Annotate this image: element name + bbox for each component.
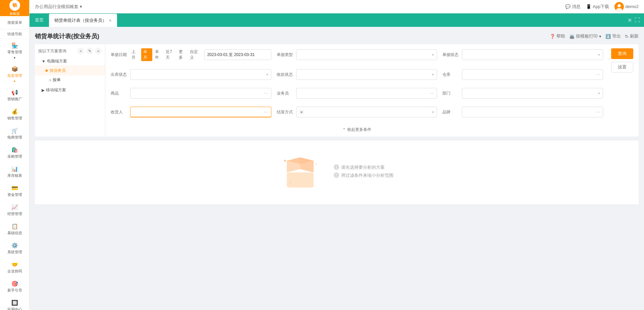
refresh-button[interactable]: ↻ 刷新 [625,33,639,39]
filter-scheme-header: 按以下方案查询 + ✎ « [35,48,105,57]
minimize-button[interactable]: ✕ [628,17,632,23]
out-status-input[interactable]: ▾ [130,69,271,80]
sidebar-item-inventory[interactable]: 📊 库存核算 [0,162,29,182]
wholesale-arrow: ▲ [13,79,16,83]
sidebar-item-ecommerce[interactable]: 🛒 电商管理 [0,124,29,143]
query-button[interactable]: 查询 [611,48,633,59]
breadcrumb-dropdown[interactable]: 办公用品行业模拟账套 ▾ [35,4,82,10]
collapse-icon: ⌃ [342,127,346,132]
message-icon: 💬 [565,4,571,9]
sidebar-item-purchase[interactable]: 🛍️ 采购管理 [0,143,29,162]
mobile-group-toggle[interactable]: ▶ 移动端方案 [35,86,105,94]
goods-input[interactable]: ··· [130,88,271,99]
department-input[interactable]: ▾ [462,88,603,99]
setting-button[interactable]: 设置 [611,62,633,72]
doc-type-label: 单据类型 [277,52,293,58]
this-month-btn[interactable]: 本月 [141,48,152,61]
filter-form: 单据日期 上月 本月 本年 近7天 更多 自定义 [105,44,639,137]
sidebar-item-marketing[interactable]: 📢 营销推广 [0,86,29,105]
brand-input[interactable]: ··· [462,107,603,117]
sidebar-item-operation[interactable]: 📈 经营管理 [0,201,29,220]
tab-home-label: 首页 [35,17,44,23]
quick-nav-button[interactable]: 快捷导航 [0,30,29,39]
doc-status-chevron: ▾ [598,53,600,57]
purchase-icon: 🛍️ [11,147,18,153]
ecommerce-icon: 🛒 [11,127,18,134]
system-icon: ⚙️ [11,242,18,249]
desktop-group-toggle[interactable]: ▼ 电脑端方案 [35,57,105,65]
sidebar: 畅 标账版 搜索菜单 快捷导航 🏪 零售管理 ▲ 📦 批发管理 ▲ 📢 营销推广… [0,0,30,310]
sidebar-item-system[interactable]: ⚙️ 系统管理 [0,239,29,258]
edit-scheme-button[interactable]: ✎ [86,48,93,54]
sidebar-logo[interactable]: 畅 标账版 [0,0,30,16]
collapse-button[interactable]: ⌃ 收起更多条件 [342,127,371,133]
wholesale-label: 批发管理 [7,73,22,78]
tab-sales-stat[interactable]: 销货单统计表（按业务员） ✕ [49,14,117,27]
user-name: demo2 [625,4,639,9]
search-menu-button[interactable]: 搜索菜单 [7,19,22,27]
mobile-group-label: 移动端方案 [46,87,66,93]
goods-label: 商品 [111,91,127,96]
receipt-status-input[interactable]: ▾ [296,69,437,80]
empty-hints: 1 请先选择要分析的方案 2 用过滤条件来缩小分析范围 [334,164,393,180]
consignee-field: 收货人 ··· [111,107,271,117]
warehouse-label: 仓库 [442,72,459,78]
avatar [614,2,624,11]
settlement-input[interactable]: × ▾ [296,107,437,117]
by-order-label: 按单 [53,77,61,83]
department-field: 部门 ▾ [442,88,603,99]
warehouse-input[interactable]: ··· [462,69,603,80]
settlement-tag-x[interactable]: × [301,110,303,114]
doc-type-input[interactable]: ▾ [296,49,437,60]
brand-label: 品牌 [442,109,459,115]
date-label: 单据日期 [111,52,127,58]
print-button[interactable]: 🖨️ 按模板打印 ▾ [569,33,601,39]
sidebar-item-sales[interactable]: 💰 销售管理 [0,105,29,124]
sidebar-item-collab[interactable]: 🤝 企业协同 [0,258,29,277]
sales-icon: 💰 [11,108,18,115]
help-button[interactable]: ❓ 帮助 [550,33,565,39]
doc-type-field: 单据类型 ▾ [277,49,437,60]
tab-close-button[interactable]: ✕ [109,18,112,23]
doc-status-input[interactable]: ▾ [462,49,603,60]
sidebar-item-basic[interactable]: 📋 基础信息 [0,220,29,239]
add-scheme-button[interactable]: + [77,48,84,54]
doc-type-chevron: ▾ [432,53,434,57]
goods-field: 商品 ··· [111,88,271,99]
filter-scheme-icons: + ✎ « [77,48,102,54]
sidebar-item-retail[interactable]: 🏪 零售管理 ▲ [0,39,29,62]
scheme-item-salesperson[interactable]: ● 按业务员 [35,65,105,75]
last-month-btn[interactable]: 上月 [130,48,140,61]
desktop-group-label: 电脑端方案 [47,58,67,64]
this-year-btn[interactable]: 本年 [154,48,163,61]
more-date-btn[interactable]: 更多 [177,48,187,61]
tab-home[interactable]: 首页 [30,13,49,27]
export-label: 导出 [612,33,621,39]
brand-dots: ··· [596,109,600,115]
date-range-input[interactable]: 2023-03-01 至 2023-03-31 [204,49,271,60]
message-button[interactable]: 💬 消息 [565,4,581,10]
sidebar-item-wholesale[interactable]: 📦 批发管理 ▲ [0,62,29,86]
collapse-scheme-button[interactable]: « [95,48,102,54]
user-profile[interactable]: demo2 [614,2,639,11]
purchase-label: 采购管理 [7,154,22,159]
sidebar-item-newbie[interactable]: 🎯 新手引导 [0,277,29,296]
maximize-button[interactable]: ⛶ [635,17,640,23]
print-arrow: ▾ [599,34,601,39]
filter-row-1: 单据日期 上月 本月 本年 近7天 更多 自定义 [111,48,603,61]
sidebar-item-finance[interactable]: 💳 资金管理 [0,182,29,201]
empty-hint-1: 1 请先选择要分析的方案 [334,164,393,170]
finance-icon: 💳 [11,185,18,191]
consignee-input[interactable]: ··· [130,107,271,117]
settlement-field: 结算方式 × ▾ [277,107,437,117]
custom-date-btn[interactable]: 自定义 [189,48,202,61]
last-7-days-btn[interactable]: 近7天 [164,48,176,61]
export-button[interactable]: ⬇️ 导出 [605,33,621,39]
settlement-chevron: ▾ [432,110,434,114]
salesperson-input[interactable]: ··· [296,88,437,99]
marketing-label: 营销推广 [7,97,22,102]
scheme-sub-item-by-order[interactable]: ≡ 按单 [35,75,105,85]
sales-label: 销售管理 [7,116,22,121]
app-download-button[interactable]: 📱 App下载 [586,4,609,10]
sidebar-item-appcenter[interactable]: 🔲 应用中心 [0,296,29,310]
